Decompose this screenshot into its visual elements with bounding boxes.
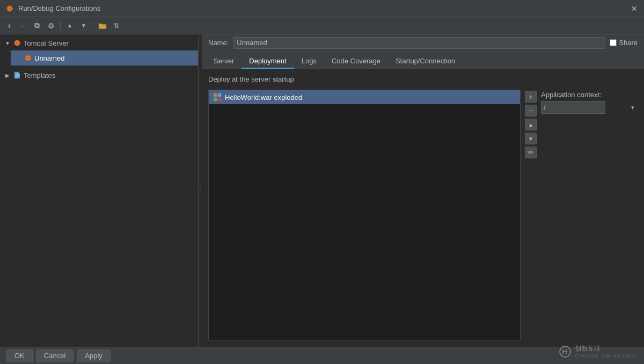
tab-startup-connection[interactable]: Startup/Connection xyxy=(388,54,463,69)
name-row: Name: Share xyxy=(202,34,644,52)
cancel-button[interactable]: Cancel xyxy=(36,350,74,362)
svg-rect-16 xyxy=(25,57,26,59)
tomcat-toggle-arrow: ▼ xyxy=(4,40,11,46)
content-area: Deploy at the server startup xyxy=(202,69,644,347)
main-layout: ▼ Tomcat Server ▶ xyxy=(0,34,644,347)
app-context-section: Application context: / /HelloWorld /app xyxy=(541,90,638,340)
bottom-bar: OK Cancel Apply 创新互联 CHUANG XIN HU LIAN xyxy=(0,347,644,364)
templates-label: Templates xyxy=(24,71,55,79)
svg-rect-22 xyxy=(218,93,221,97)
svg-point-7 xyxy=(16,42,18,44)
tab-logs[interactable]: Logs xyxy=(294,54,324,69)
deploy-section-label: Deploy at the server startup xyxy=(208,75,638,83)
deploy-remove-button[interactable]: − xyxy=(525,105,537,117)
unnamed-icon xyxy=(24,54,32,62)
sidebar-group-tomcat: ▼ Tomcat Server ▶ xyxy=(0,34,198,67)
svg-rect-4 xyxy=(6,8,8,9)
deploy-move-up-button[interactable]: ▲ xyxy=(525,119,537,130)
svg-rect-11 xyxy=(19,42,20,43)
name-field-label: Name: xyxy=(208,39,229,47)
title-bar: Run/Debug Configurations ✕ xyxy=(0,0,644,17)
svg-rect-3 xyxy=(9,10,10,12)
helloworld-label: HelloWorld:war exploded xyxy=(225,93,302,101)
sidebar-item-templates[interactable]: ▶ Templates xyxy=(0,68,198,83)
svg-point-1 xyxy=(9,8,11,10)
move-down-button[interactable]: ▼ xyxy=(78,20,90,32)
sidebar-item-tomcat-server[interactable]: ▼ Tomcat Server xyxy=(0,35,198,50)
deploy-section: HelloWorld:war exploded + − ▲ ▼ ✏ Applic… xyxy=(208,90,638,340)
ok-button[interactable]: OK xyxy=(6,350,33,362)
name-input[interactable] xyxy=(233,37,605,49)
toolbar-separator-1 xyxy=(60,21,61,30)
copy-config-button[interactable]: ⧉ xyxy=(31,20,43,32)
svg-rect-15 xyxy=(27,60,28,61)
right-panel: Name: Share Server Deployment Logs Code … xyxy=(202,34,644,347)
share-checkbox[interactable] xyxy=(610,39,617,46)
sort-button[interactable]: ⇅ xyxy=(111,20,122,32)
share-label: Share xyxy=(619,39,638,47)
deploy-actions: + − ▲ ▼ ✏ xyxy=(525,90,537,340)
app-icon xyxy=(5,4,14,13)
deploy-list-item-helloworld[interactable]: HelloWorld:war exploded xyxy=(209,90,520,104)
tab-code-coverage[interactable]: Code Coverage xyxy=(324,54,388,69)
resize-dot-3 xyxy=(200,193,201,194)
svg-rect-23 xyxy=(214,98,217,101)
title-bar-left: Run/Debug Configurations xyxy=(5,4,100,13)
sidebar-child-unnamed: ▶ Unnamed xyxy=(0,50,198,65)
svg-rect-5 xyxy=(11,8,13,9)
svg-rect-8 xyxy=(17,40,18,41)
svg-rect-2 xyxy=(9,5,10,7)
watermark-area: 创新互联 CHUANG XIN HU LIAN xyxy=(559,344,635,359)
app-context-select[interactable]: / /HelloWorld /app xyxy=(541,101,605,114)
tomcat-icon xyxy=(13,39,21,47)
window-title: Run/Debug Configurations xyxy=(18,4,100,12)
folder-button[interactable] xyxy=(97,20,108,32)
sidebar-group-templates: ▶ Templates xyxy=(0,67,198,84)
svg-rect-24 xyxy=(218,98,221,101)
svg-point-13 xyxy=(27,57,29,59)
settings-config-button[interactable]: ⚙ xyxy=(45,20,57,32)
svg-rect-9 xyxy=(17,45,18,46)
tab-server[interactable]: Server xyxy=(206,54,241,69)
deploy-edit-button[interactable]: ✏ xyxy=(525,147,537,158)
sidebar-item-unnamed[interactable]: ▶ Unnamed xyxy=(11,50,198,65)
remove-config-button[interactable]: − xyxy=(17,20,29,32)
move-up-button[interactable]: ▲ xyxy=(64,20,76,32)
deploy-list: HelloWorld:war exploded xyxy=(208,90,521,340)
bottom-left: OK Cancel Apply xyxy=(6,350,111,362)
helloworld-icon xyxy=(213,93,222,101)
resize-dot-1 xyxy=(200,187,201,188)
svg-rect-14 xyxy=(27,55,28,56)
watermark-logo-icon xyxy=(559,345,572,358)
toolbar: + − ⧉ ⚙ ▲ ▼ ⇅ xyxy=(0,17,644,34)
unnamed-label: Unnamed xyxy=(34,54,64,62)
tomcat-server-label: Tomcat Server xyxy=(24,39,69,47)
sidebar: ▼ Tomcat Server ▶ xyxy=(0,34,199,347)
tab-deployment[interactable]: Deployment xyxy=(241,54,294,69)
deploy-move-down-button[interactable]: ▼ xyxy=(525,133,537,144)
toolbar-separator-2 xyxy=(93,21,93,30)
close-button[interactable]: ✕ xyxy=(630,4,639,13)
add-config-button[interactable]: + xyxy=(3,20,15,32)
share-area: Share xyxy=(610,39,638,47)
resize-dots xyxy=(200,187,201,194)
apply-button[interactable]: Apply xyxy=(77,350,111,362)
deploy-add-button[interactable]: + xyxy=(525,91,537,103)
app-context-label: Application context: xyxy=(541,91,638,99)
templates-icon xyxy=(13,71,21,79)
svg-rect-10 xyxy=(14,42,16,43)
app-context-select-wrapper: / /HelloWorld /app xyxy=(541,101,638,114)
svg-rect-21 xyxy=(214,93,217,97)
tabs-bar: Server Deployment Logs Code Coverage Sta… xyxy=(202,52,644,69)
watermark-text: 创新互联 CHUANG XIN HU LIAN xyxy=(575,344,635,359)
templates-toggle-arrow: ▶ xyxy=(4,72,11,78)
svg-rect-17 xyxy=(30,57,31,59)
resize-dot-2 xyxy=(200,190,201,191)
